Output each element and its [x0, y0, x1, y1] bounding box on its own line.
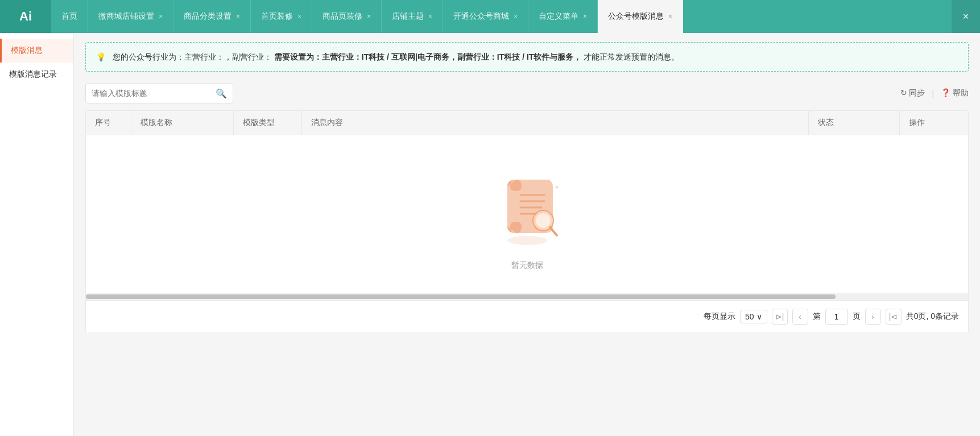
table-header-1: 模版名称 [131, 111, 234, 135]
svg-text:✦: ✦ [555, 184, 559, 190]
first-page-button[interactable]: ⊳| [772, 309, 788, 325]
nav-tab-close-5[interactable]: × [428, 13, 432, 20]
table-header-4: 状态 [809, 111, 900, 135]
help-icon: ❓ [941, 88, 950, 97]
nav-tab-8[interactable]: 公众号模版消息× [598, 0, 683, 33]
nav-tabs: 首页微商城店铺设置×商品分类设置×首页装修×商品页装修×店铺主题×开通公众号商城… [51, 0, 952, 33]
alert-prefix: 您的公众号行业为：主营行业：，副营行业： [113, 52, 272, 61]
logo: Ai [0, 0, 51, 33]
empty-illustration: ✦ ✦ [487, 169, 567, 249]
next-page-button[interactable]: › [865, 309, 881, 325]
horizontal-scrollbar[interactable] [86, 293, 968, 300]
table-header-5: 操作 [900, 111, 968, 135]
alert-icon: 💡 [96, 52, 106, 61]
search-input[interactable] [92, 89, 216, 98]
chevron-down-icon: ∨ [756, 312, 762, 321]
nav-tab-3[interactable]: 首页装修× [251, 0, 312, 33]
alert-suffix: 才能正常发送预置的消息。 [584, 52, 679, 61]
alert-banner: 💡 您的公众号行业为：主营行业：，副营行业： 需要设置为：主营行业：IT科技 /… [85, 42, 969, 72]
nav-tab-close-7[interactable]: × [583, 13, 587, 20]
empty-text: 暂无数据 [511, 260, 543, 271]
logo-text: Ai [19, 9, 32, 24]
page-size-select[interactable]: 50 ∨ [740, 310, 767, 323]
svg-point-0 [507, 236, 547, 245]
help-button[interactable]: ❓ 帮助 [941, 88, 969, 98]
nav-tab-6[interactable]: 开通公众号商城× [443, 0, 528, 33]
page-label-post: 页 [853, 312, 861, 322]
global-close-button[interactable]: × [952, 0, 980, 33]
sync-button[interactable]: ↻ 同步 [900, 88, 925, 98]
data-table: 序号模版名称模版类型消息内容状态操作 [85, 110, 969, 333]
top-nav: Ai 首页微商城店铺设置×商品分类设置×首页装修×商品页装修×店铺主题×开通公众… [0, 0, 980, 33]
search-input-wrap[interactable]: 🔍 [85, 83, 233, 103]
sidebar: 模版消息模版消息记录 [0, 33, 74, 436]
search-actions: ↻ 同步 | ❓ 帮助 [900, 88, 969, 98]
table-header-0: 序号 [86, 111, 131, 135]
nav-tab-7[interactable]: 自定义菜单× [528, 0, 598, 33]
nav-tab-2[interactable]: 商品分类设置× [173, 0, 251, 33]
table-header-3: 消息内容 [302, 111, 809, 135]
table-header: 序号模版名称模版类型消息内容状态操作 [86, 111, 968, 135]
help-label: 帮助 [953, 88, 969, 97]
sync-label: 同步 [909, 88, 925, 97]
nav-tab-close-8[interactable]: × [668, 13, 672, 20]
last-page-button[interactable]: |⊲ [886, 309, 902, 325]
prev-page-button[interactable]: ‹ [792, 309, 808, 325]
nav-tab-close-6[interactable]: × [514, 13, 518, 20]
svg-line-7 [550, 227, 557, 235]
main-layout: 模版消息模版消息记录 💡 您的公众号行业为：主营行业：，副营行业： 需要设置为：… [0, 33, 980, 436]
nav-tab-5[interactable]: 店铺主题× [382, 0, 443, 33]
nav-tab-4[interactable]: 商品页装修× [312, 0, 382, 33]
page-size-label: 每页显示 [704, 312, 735, 322]
nav-tab-close-2[interactable]: × [236, 13, 240, 20]
content-area: 💡 您的公众号行业为：主营行业：，副营行业： 需要设置为：主营行业：IT科技 /… [74, 33, 980, 436]
page-number-input[interactable] [825, 309, 848, 325]
svg-point-6 [536, 213, 551, 228]
svg-text:✦: ✦ [547, 178, 551, 183]
sync-icon: ↻ [900, 88, 907, 97]
empty-state: ✦ ✦ 暂无数据 [86, 135, 968, 293]
scrollbar-thumb[interactable] [86, 294, 836, 299]
nav-tab-close-3[interactable]: × [297, 13, 301, 20]
nav-tab-close-4[interactable]: × [367, 13, 371, 20]
alert-highlight: 需要设置为：主营行业：IT科技 / 互联网|电子商务，副营行业：IT科技 / I… [274, 52, 582, 61]
total-label: 共0页, 0条记录 [906, 312, 959, 322]
sidebar-item-1[interactable]: 模版消息记录 [0, 63, 73, 86]
search-icon[interactable]: 🔍 [216, 88, 227, 99]
nav-tab-1[interactable]: 微商城店铺设置× [88, 0, 173, 33]
sidebar-item-0[interactable]: 模版消息 [0, 39, 73, 63]
divider: | [932, 89, 934, 98]
nav-tab-close-1[interactable]: × [159, 13, 163, 20]
table-header-2: 模版类型 [234, 111, 302, 135]
nav-tab-0[interactable]: 首页 [51, 0, 88, 33]
page-size-value: 50 [745, 312, 754, 321]
pagination: 每页显示 50 ∨ ⊳| ‹ 第 页 › |⊲ 共0页, 0条记录 [86, 300, 968, 333]
search-bar: 🔍 ↻ 同步 | ❓ 帮助 [85, 83, 969, 103]
page-label-pre: 第 [813, 312, 821, 322]
